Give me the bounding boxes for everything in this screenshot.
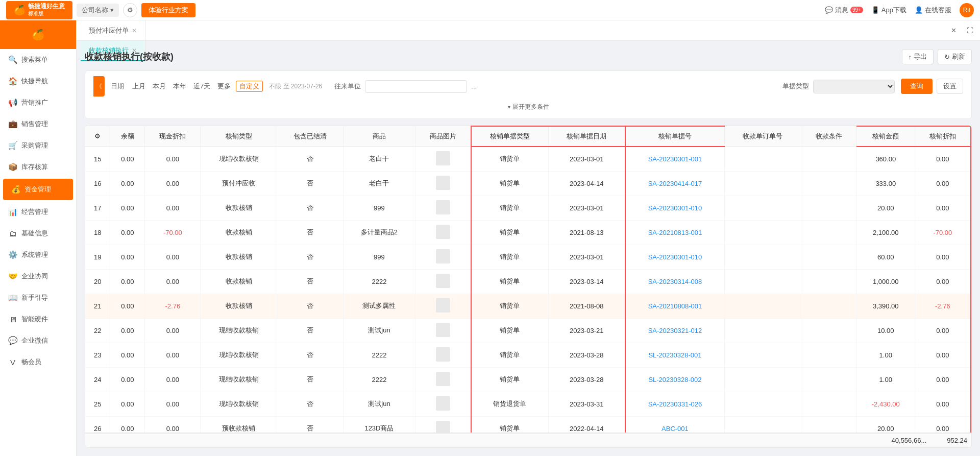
- cell-bill-no[interactable]: SA-20210808-001: [625, 294, 724, 318]
- cell-bill-no[interactable]: SA-20230414-017: [625, 171, 724, 196]
- cell-bill-no[interactable]: SL-20230328-001: [625, 343, 724, 367]
- cell-verify-amount: 10.00: [856, 318, 915, 343]
- sidebar-item-member[interactable]: V畅会员: [0, 351, 76, 373]
- query-button[interactable]: 查询: [901, 79, 933, 94]
- cell-goods-img: [415, 196, 471, 220]
- sidebar-item-inventory[interactable]: 📦库存核算: [0, 156, 76, 178]
- last-month-btn[interactable]: 上月: [130, 81, 148, 92]
- bill-no-link[interactable]: SA-20230331-026: [648, 400, 702, 408]
- settings-icon[interactable]: ⚙: [123, 3, 137, 17]
- col-bill-date: 核销单据日期: [548, 126, 625, 147]
- service-icon: 👤: [915, 6, 923, 14]
- col-verify-type: 核销类型: [201, 126, 277, 147]
- sidebar-icon-inventory: 📦: [8, 162, 17, 172]
- online-service-button[interactable]: 👤 在线客服: [915, 6, 951, 15]
- cell-cash-discount: 0.00: [145, 392, 201, 416]
- cell-verify-amount: 1.00: [856, 343, 915, 367]
- partner-input[interactable]: [365, 80, 467, 93]
- user-avatar[interactable]: Rit: [960, 3, 974, 17]
- tab-prepay[interactable]: 预付冲应付单✕: [81, 20, 145, 41]
- bill-no-link[interactable]: SA-20230301-001: [648, 155, 702, 163]
- tab-bar-actions: ✕ ⛶: [947, 25, 976, 37]
- sidebar-label-nav: 快捷导航: [21, 77, 48, 86]
- bill-no-link[interactable]: SL-20230328-001: [648, 351, 701, 359]
- data-table-container: ⚙ 余额 现金折扣 核销类型 包含已结清 商品 商品图片 核销单据类型 核销单据…: [85, 125, 972, 448]
- sidebar-item-wechat[interactable]: 💬企业微信: [0, 330, 76, 351]
- cell-bill-no[interactable]: SA-20210813-001: [625, 220, 724, 245]
- cell-verify-amount: 1.00: [856, 367, 915, 392]
- sidebar-item-guide[interactable]: 📖新手引导: [0, 287, 76, 308]
- online-service-label: 在线客服: [925, 6, 951, 15]
- sidebar-icon-sales: 💼: [8, 119, 17, 129]
- sidebar-item-marketing[interactable]: 📢营销推广: [0, 92, 76, 113]
- refresh-button[interactable]: ↻ 刷新: [938, 49, 972, 64]
- sidebar-item-nav[interactable]: 🏠快捷导航: [0, 70, 76, 92]
- cell-include-cleared: 否: [277, 171, 344, 196]
- cell-bill-type: 销货单: [471, 343, 548, 367]
- cell-bill-no[interactable]: SA-20230321-012: [625, 318, 724, 343]
- sidebar-item-operation[interactable]: 📊经营管理: [0, 201, 76, 223]
- col-verify-discount: 核销折扣: [915, 126, 971, 147]
- bill-no-link[interactable]: SA-20210813-001: [648, 229, 702, 236]
- expand-more-btn[interactable]: ▾ 展开更多条件: [93, 101, 963, 113]
- export-button[interactable]: ↑ 导出: [902, 49, 934, 64]
- bill-no-link[interactable]: SA-20230414-017: [648, 180, 702, 187]
- cell-cash-discount: 0.00: [145, 416, 201, 433]
- cell-verify-amount: 3,390.00: [856, 294, 915, 318]
- verify-discount-total: 952.24: [947, 437, 967, 444]
- bill-no-link[interactable]: SA-20210808-001: [648, 302, 702, 310]
- solution-button[interactable]: 体验行业方案: [141, 3, 195, 17]
- col-receipt-cond: 收款条件: [801, 126, 856, 147]
- msg-label: 消息: [835, 6, 848, 15]
- cell-cash-discount: 0.00: [145, 343, 201, 367]
- table-row: 18 0.00 -70.00 收款核销 否 多计量商品2 销货单 2021-08…: [85, 220, 971, 245]
- bill-no-link[interactable]: ABC-001: [662, 425, 689, 433]
- cell-bill-no[interactable]: ABC-001: [625, 416, 724, 433]
- custom-date-btn[interactable]: 自定义: [236, 81, 263, 92]
- more-dates-btn[interactable]: 更多: [215, 81, 233, 92]
- bill-no-link[interactable]: SA-20230314-008: [648, 278, 702, 285]
- cell-verify-amount: 2,100.00: [856, 220, 915, 245]
- close-tab-button[interactable]: ✕: [947, 25, 960, 37]
- sidebar-item-system[interactable]: ⚙️系统管理: [0, 244, 76, 266]
- cell-bill-no[interactable]: SA-20230331-026: [625, 392, 724, 416]
- filter-settings-button[interactable]: 设置: [937, 79, 963, 94]
- cell-bill-no[interactable]: SL-20230328-002: [625, 367, 724, 392]
- cell-balance: 0.00: [110, 269, 145, 294]
- doc-type-select[interactable]: [813, 80, 895, 93]
- tab-close-prepay[interactable]: ✕: [132, 27, 137, 34]
- app-download-button[interactable]: 📱 App下载: [871, 6, 906, 15]
- last-7-days-btn[interactable]: 近7天: [191, 81, 212, 92]
- sidebar-label-sales: 销售管理: [21, 119, 48, 129]
- cell-verify-type: 现结收款核销: [201, 147, 277, 171]
- sidebar-item-basic[interactable]: 🗂基础信息: [0, 223, 76, 244]
- this-month-btn[interactable]: 本月: [151, 81, 168, 92]
- sidebar-item-purchase[interactable]: 🛒采购管理: [0, 135, 76, 156]
- table-scroll-area[interactable]: ⚙ 余额 现金折扣 核销类型 包含已结清 商品 商品图片 核销单据类型 核销单据…: [85, 126, 971, 433]
- cell-bill-no[interactable]: SA-20230301-010: [625, 196, 724, 220]
- cell-bill-no[interactable]: SA-20230301-010: [625, 245, 724, 269]
- bill-no-link[interactable]: SA-20230301-010: [648, 204, 702, 212]
- sidebar-item-hardware[interactable]: 🖥智能硬件: [0, 308, 76, 330]
- bill-no-link[interactable]: SA-20230301-010: [648, 253, 702, 261]
- cell-bill-date: 2023-03-01: [548, 147, 625, 171]
- collapse-button[interactable]: 《: [93, 76, 105, 97]
- table-row: 20 0.00 0.00 收款核销 否 2222 销货单 2023-03-14 …: [85, 269, 971, 294]
- bill-no-link[interactable]: SL-20230328-002: [648, 376, 701, 383]
- sidebar-item-corp[interactable]: 🤝企业协同: [0, 266, 76, 287]
- sidebar-item-sales[interactable]: 💼销售管理: [0, 113, 76, 135]
- cell-bill-no[interactable]: SA-20230314-008: [625, 269, 724, 294]
- sidebar-icon-system: ⚙️: [8, 250, 17, 259]
- message-button[interactable]: 💬 消息 99+: [825, 6, 863, 15]
- bill-no-link[interactable]: SA-20230321-012: [648, 327, 702, 334]
- company-selector[interactable]: 公司名称 ▾: [77, 4, 119, 17]
- cell-verify-amount: -2,430.00: [856, 392, 915, 416]
- sidebar-item-search[interactable]: 🔍搜索菜单: [0, 49, 76, 70]
- cell-include-cleared: 否: [277, 294, 344, 318]
- cell-include-cleared: 否: [277, 318, 344, 343]
- sidebar-item-finance[interactable]: 💰资金管理: [3, 179, 73, 200]
- cell-bill-no[interactable]: SA-20230301-001: [625, 147, 724, 171]
- partner-ellipsis-btn[interactable]: ...: [471, 83, 477, 90]
- this-year-btn[interactable]: 本年: [171, 81, 188, 92]
- maximize-button[interactable]: ⛶: [964, 25, 976, 37]
